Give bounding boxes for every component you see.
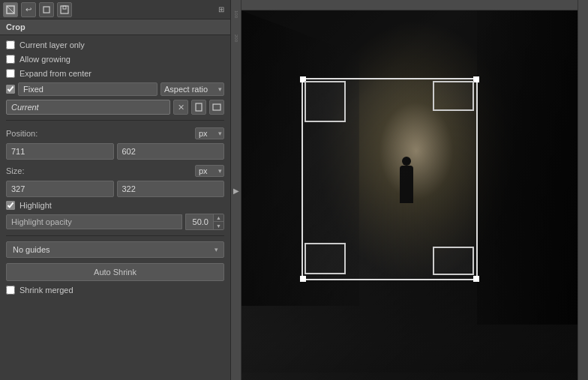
opacity-value: 50.0	[186, 215, 213, 229]
ruler-arrow[interactable]: ▶	[233, 186, 239, 194]
tool-btn-1[interactable]	[3, 2, 18, 17]
current-layer-row: Current layer only	[6, 40, 224, 50]
position-y-input[interactable]: 602	[118, 145, 225, 158]
panel-body: Current layer only Allow growing Expand …	[0, 35, 230, 300]
opacity-row: Highlight opacity 50.0 ▲ ▼	[6, 214, 224, 230]
auto-shrink-button[interactable]: Auto Shrink	[6, 263, 224, 281]
size-unit-wrap: px mm in %	[195, 165, 224, 177]
tool-btn-window[interactable]	[57, 2, 72, 17]
allow-growing-row: Allow growing	[6, 54, 224, 64]
position-y-spinbox: 602 ▲ ▼	[117, 143, 225, 160]
opacity-up[interactable]: ▲	[214, 214, 224, 222]
left-panel: ↩ ⊞ Crop Current layer only Allow growin…	[0, 0, 231, 380]
fixed-checkbox[interactable]	[6, 85, 15, 94]
shrink-merged-checkbox[interactable]	[6, 286, 15, 295]
crop-shade-top	[242, 10, 578, 78]
opacity-value-wrap: 50.0 ▲ ▼	[185, 214, 224, 230]
main-canvas-area	[242, 0, 588, 380]
clear-btn[interactable]: ✕	[173, 100, 188, 115]
corner-btn[interactable]: ⊞	[215, 4, 227, 16]
allow-growing-label[interactable]: Allow growing	[20, 55, 70, 64]
position-label: Position:	[6, 129, 38, 138]
size-spinbox-row: 327 ▲ ▼ 322 ▲ ▼	[6, 181, 224, 197]
section-title: Crop	[6, 22, 26, 31]
crop-handle-br[interactable]	[473, 276, 479, 282]
position-unit-select[interactable]: px mm in %	[195, 127, 224, 139]
tool-btn-crop[interactable]	[39, 2, 54, 17]
position-label-row: Position: px mm in %	[6, 126, 224, 139]
highlight-checkbox[interactable]	[6, 201, 15, 210]
size-unit-select[interactable]: px mm in %	[195, 165, 224, 177]
position-x-input[interactable]: 711	[7, 145, 114, 158]
svg-rect-4	[63, 6, 66, 9]
size-h-spinbox: 322 ▲ ▼	[117, 181, 225, 197]
ruler-label: 100	[234, 10, 238, 18]
top-ruler	[242, 0, 578, 10]
opacity-down[interactable]: ▼	[214, 222, 224, 229]
shrink-merged-row: Shrink merged	[6, 285, 224, 295]
section-header: Crop	[0, 19, 230, 35]
toolbar: ↩ ⊞	[0, 0, 230, 19]
portrait-btn[interactable]	[191, 100, 206, 115]
svg-rect-5	[196, 103, 202, 111]
current-layer-label[interactable]: Current layer only	[20, 40, 85, 49]
current-row: ✕	[6, 100, 224, 115]
landscape-btn[interactable]	[209, 100, 224, 115]
size-w-spinbox: 327 ▲ ▼	[6, 181, 114, 197]
position-x-spinbox: 711 ▲ ▼	[6, 143, 114, 160]
highlight-row: Highlight	[6, 201, 224, 210]
current-layer-checkbox[interactable]	[6, 40, 15, 49]
crop-handle-bl[interactable]	[300, 276, 306, 282]
position-unit-wrap: px mm in %	[195, 127, 224, 139]
guides-select-wrap: No guides Center lines Rule of thirds Go…	[6, 241, 224, 258]
expand-center-row: Expand from center	[6, 68, 224, 79]
tool-btn-undo[interactable]: ↩	[21, 2, 36, 17]
expand-center-checkbox[interactable]	[6, 69, 15, 78]
svg-rect-3	[61, 6, 68, 13]
divider-2	[6, 235, 224, 236]
crop-handle-tr[interactable]	[473, 76, 479, 82]
ruler-label-2: 200	[234, 34, 238, 42]
right-ruler	[578, 0, 588, 380]
crop-shade-left	[242, 78, 302, 280]
corner-crop-bl[interactable]	[304, 243, 346, 274]
fixed-label: Fixed	[18, 82, 158, 96]
guides-select[interactable]: No guides Center lines Rule of thirds Go…	[6, 241, 224, 258]
svg-rect-2	[44, 7, 50, 13]
image-canvas[interactable]	[242, 10, 578, 380]
allow-growing-checkbox[interactable]	[6, 55, 15, 64]
aspect-select-wrapper: Aspect ratio Width/Height Size	[160, 82, 224, 96]
size-label: Size:	[6, 166, 24, 175]
current-input[interactable]	[6, 100, 170, 115]
corner-crop-br[interactable]	[433, 247, 474, 275]
aspect-select[interactable]: Aspect ratio Width/Height Size	[160, 82, 224, 96]
shrink-merged-label[interactable]: Shrink merged	[20, 286, 74, 295]
size-label-row: Size: px mm in %	[6, 163, 224, 177]
divider-1	[6, 120, 224, 121]
highlight-label[interactable]: Highlight	[20, 201, 52, 210]
corner-crop-tr[interactable]	[433, 81, 474, 111]
expand-center-label[interactable]: Expand from center	[20, 69, 92, 78]
opacity-label: Highlight opacity	[6, 214, 182, 229]
crop-shade-bottom	[242, 280, 578, 380]
opacity-arrows: ▲ ▼	[213, 214, 224, 229]
side-ruler: 100 200 ▶	[231, 0, 242, 380]
crop-shade-right	[478, 78, 578, 280]
position-spinbox-row: 711 ▲ ▼ 602 ▲ ▼	[6, 143, 224, 160]
size-h-input[interactable]: 322	[118, 182, 225, 196]
svg-line-1	[7, 6, 14, 13]
corner-crop-tl[interactable]	[304, 81, 346, 122]
svg-rect-6	[213, 104, 220, 110]
size-w-input[interactable]: 327	[7, 182, 114, 196]
fixed-aspect-row: Fixed Aspect ratio Width/Height Size	[6, 82, 224, 96]
